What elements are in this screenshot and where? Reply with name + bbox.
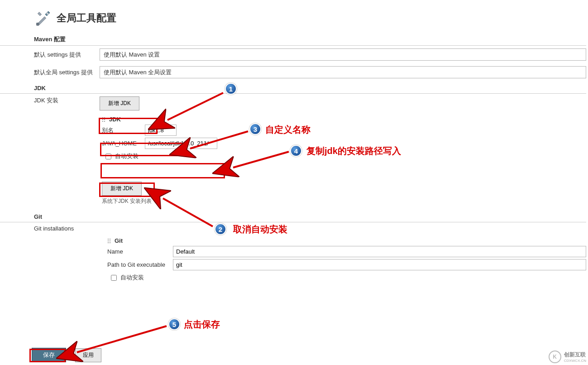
jdk-autoinstall-checkbox[interactable] (105, 154, 111, 159)
watermark-brand: 创新互联 (564, 351, 586, 359)
git-autoinstall-checkbox[interactable] (111, 275, 117, 281)
watermark-logo-icon: K (549, 351, 561, 363)
save-button[interactable]: 保存 (32, 348, 66, 362)
section-jdk: JDK (0, 81, 586, 94)
jdk-list-help: 系统下JDK 安装列表 (102, 197, 588, 205)
git-name-input[interactable] (173, 246, 586, 257)
section-maven: Maven 配置 (0, 32, 586, 46)
git-path-label: Path to Git executable (107, 261, 173, 268)
settings-icon (34, 9, 52, 27)
git-autoinstall-label: 自动安装 (120, 274, 144, 282)
annotation-text: 点击保存 (184, 318, 220, 331)
svg-rect-0 (36, 23, 39, 26)
section-git: Git (0, 210, 586, 222)
annotation-badge-5: 5 (168, 318, 180, 330)
git-path-input[interactable] (173, 259, 586, 270)
git-subheader[interactable]: Git (107, 237, 588, 244)
jdk-install-label: JDK 安装 (34, 96, 100, 105)
add-jdk-button-2[interactable]: 新增 JDK (102, 182, 142, 196)
maven-settings-label: 默认 settings 提供 (34, 51, 100, 59)
svg-point-1 (47, 13, 49, 15)
page-title: 全局工具配置 (57, 11, 116, 25)
jdk-javahome-input[interactable] (145, 138, 217, 149)
jdk-alias-input[interactable] (145, 125, 177, 136)
maven-settings-select[interactable] (100, 48, 586, 61)
watermark-sub: CDXWCX.CN (564, 359, 586, 363)
watermark: K 创新互联 CDXWCX.CN (549, 351, 586, 363)
apply-button[interactable]: 应用 (75, 348, 101, 362)
jdk-alias-label: 别名 (102, 126, 145, 134)
jdk-javahome-label: JAVA_HOME (102, 140, 145, 147)
jdk-subheader[interactable]: JDK (102, 116, 588, 123)
jdk-sub-title: JDK (109, 116, 121, 123)
drag-handle-icon[interactable] (102, 117, 106, 122)
maven-global-label: 默认全局 settings 提供 (34, 68, 100, 77)
git-name-label: Name (107, 248, 173, 255)
git-install-label: Git installations (34, 225, 106, 232)
drag-handle-icon[interactable] (107, 238, 112, 244)
jdk-autoinstall-label: 自动安装 (115, 152, 139, 160)
git-sub-title: Git (115, 237, 123, 244)
add-jdk-button[interactable]: 新增 JDK (100, 96, 139, 110)
maven-global-select[interactable] (100, 66, 586, 78)
